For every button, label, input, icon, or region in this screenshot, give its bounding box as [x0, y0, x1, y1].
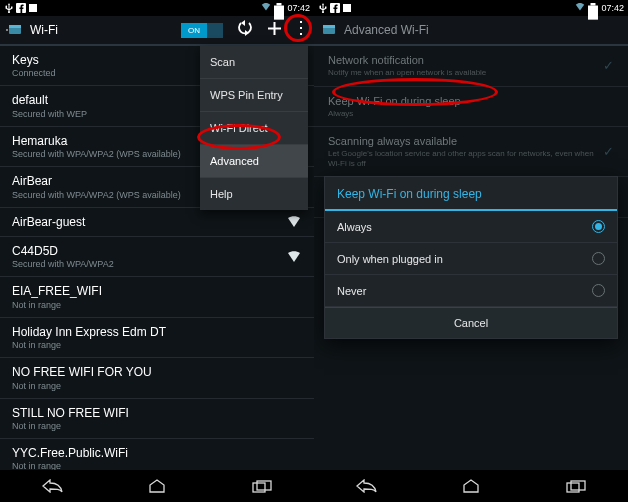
usb-icon	[4, 3, 14, 13]
menu-item-help[interactable]: Help	[200, 178, 308, 210]
option-label: Only when plugged in	[337, 253, 443, 265]
setting-subtitle: Always	[328, 109, 461, 119]
title-bar: Wi-Fi ON	[0, 16, 314, 46]
settings-back-icon[interactable]	[320, 21, 338, 39]
nav-back-icon[interactable]	[351, 477, 381, 495]
network-name: Hemaruka	[12, 134, 181, 148]
radio-icon	[592, 284, 605, 297]
wifi-signal-icon	[286, 250, 302, 264]
checkmark-icon: ✓	[603, 58, 614, 73]
network-name: AirBear-guest	[12, 215, 85, 229]
usb-icon	[318, 3, 328, 13]
dialog-option[interactable]: Always	[325, 211, 617, 243]
network-name: EIA_FREE_WIFI	[12, 284, 102, 298]
wifi-network-row[interactable]: NO FREE WIFI FOR YOUNot in range	[0, 358, 314, 398]
status-clock: 07:42	[287, 3, 310, 13]
advanced-setting-row[interactable]: Network notificationNotify me when an op…	[314, 46, 628, 87]
notification-icon	[28, 3, 38, 13]
menu-item-wps-pin-entry[interactable]: WPS Pin Entry	[200, 79, 308, 112]
network-subtitle: Not in range	[12, 421, 129, 431]
menu-item-advanced[interactable]: Advanced	[200, 145, 308, 178]
wifi-status-icon	[261, 3, 271, 13]
network-subtitle: Secured with WPA/WPA2	[12, 259, 114, 269]
dialog-option[interactable]: Never	[325, 275, 617, 307]
network-subtitle: Secured with WPA/WPA2 (WPS available)	[12, 190, 181, 200]
svg-rect-16	[323, 25, 335, 28]
option-label: Never	[337, 285, 366, 297]
radio-icon	[592, 252, 605, 265]
sleep-policy-dialog: Keep Wi-Fi on during sleep AlwaysOnly wh…	[324, 176, 618, 339]
add-network-icon[interactable]	[267, 21, 282, 40]
network-name: NO FREE WIFI FOR YOU	[12, 365, 152, 379]
wifi-network-row[interactable]: C44D5DSecured with WPA/WPA2	[0, 237, 314, 277]
network-name: AirBear	[12, 174, 181, 188]
settings-back-icon[interactable]	[6, 21, 24, 39]
network-subtitle: Secured with WEP	[12, 109, 87, 119]
page-title: Advanced Wi-Fi	[344, 23, 622, 37]
svg-rect-5	[9, 25, 21, 28]
network-subtitle: Secured with WPA/WPA2 (WPS available)	[12, 149, 181, 159]
nav-home-icon[interactable]	[456, 477, 486, 495]
navigation-bar	[0, 470, 314, 502]
svg-rect-3	[277, 3, 282, 5]
network-subtitle: Not in range	[12, 300, 102, 310]
network-name: STILL NO FREE WIFI	[12, 406, 129, 420]
option-label: Always	[337, 221, 372, 233]
nav-recents-icon[interactable]	[247, 477, 277, 495]
overflow-menu-icon[interactable]	[296, 20, 306, 40]
setting-name: Keep Wi-Fi on during sleep	[328, 95, 461, 107]
right-screen: 07:42 Advanced Wi-Fi Network notificatio…	[314, 0, 628, 502]
svg-rect-6	[300, 21, 302, 23]
overflow-menu: ScanWPS Pin EntryWi-Fi DirectAdvancedHel…	[200, 46, 308, 210]
nav-recents-icon[interactable]	[561, 477, 591, 495]
notification-icon	[342, 3, 352, 13]
svg-rect-12	[343, 4, 351, 12]
facebook-icon	[16, 3, 26, 13]
dialog-title: Keep Wi-Fi on during sleep	[325, 177, 617, 211]
svg-rect-1	[29, 4, 37, 12]
svg-rect-2	[274, 6, 284, 20]
wifi-status-icon	[575, 3, 585, 13]
navigation-bar	[314, 470, 628, 502]
network-name: YYC.Free.Public.WiFi	[12, 446, 128, 460]
status-bar: 07:42	[0, 0, 314, 16]
network-name: Keys	[12, 53, 56, 67]
radio-icon	[592, 220, 605, 233]
status-clock: 07:42	[601, 3, 624, 13]
menu-item-scan[interactable]: Scan	[200, 46, 308, 79]
network-subtitle: Not in range	[12, 461, 128, 470]
cancel-button[interactable]: Cancel	[325, 307, 617, 338]
wifi-network-row[interactable]: AirBear-guest	[0, 208, 314, 237]
dialog-option[interactable]: Only when plugged in	[325, 243, 617, 275]
network-subtitle: Not in range	[12, 381, 152, 391]
setting-subtitle: Let Google's location service and other …	[328, 149, 603, 168]
battery-icon	[274, 3, 284, 13]
wifi-network-row[interactable]: EIA_FREE_WIFINot in range	[0, 277, 314, 317]
network-name: Holiday Inn Express Edm DT	[12, 325, 166, 339]
svg-rect-13	[588, 6, 598, 20]
advanced-setting-row[interactable]: Scanning always availableLet Google's lo…	[314, 127, 628, 177]
facebook-icon	[330, 3, 340, 13]
svg-rect-8	[300, 33, 302, 35]
wifi-network-row[interactable]: YYC.Free.Public.WiFiNot in range	[0, 439, 314, 470]
status-bar: 07:42	[314, 0, 628, 16]
wifi-network-row[interactable]: STILL NO FREE WIFINot in range	[0, 399, 314, 439]
nav-back-icon[interactable]	[37, 477, 67, 495]
refresh-icon[interactable]	[237, 20, 253, 40]
setting-name: Network notification	[328, 54, 486, 66]
title-bar: Advanced Wi-Fi	[314, 16, 628, 46]
network-subtitle: Connected	[12, 68, 56, 78]
wifi-signal-icon	[286, 215, 302, 229]
menu-item-wi-fi-direct[interactable]: Wi-Fi Direct	[200, 112, 308, 145]
page-title: Wi-Fi	[30, 23, 181, 37]
svg-rect-14	[591, 3, 596, 5]
svg-rect-7	[300, 27, 302, 29]
wifi-network-row[interactable]: Holiday Inn Express Edm DTNot in range	[0, 318, 314, 358]
left-screen: 07:42 Wi-Fi ON KeysConnecteddefaultSecur…	[0, 0, 314, 502]
advanced-setting-row[interactable]: Keep Wi-Fi on during sleepAlways	[314, 87, 628, 128]
wifi-toggle[interactable]: ON	[181, 23, 223, 38]
nav-home-icon[interactable]	[142, 477, 172, 495]
network-name: default	[12, 93, 87, 107]
network-subtitle: Not in range	[12, 340, 166, 350]
setting-name: Scanning always available	[328, 135, 603, 147]
